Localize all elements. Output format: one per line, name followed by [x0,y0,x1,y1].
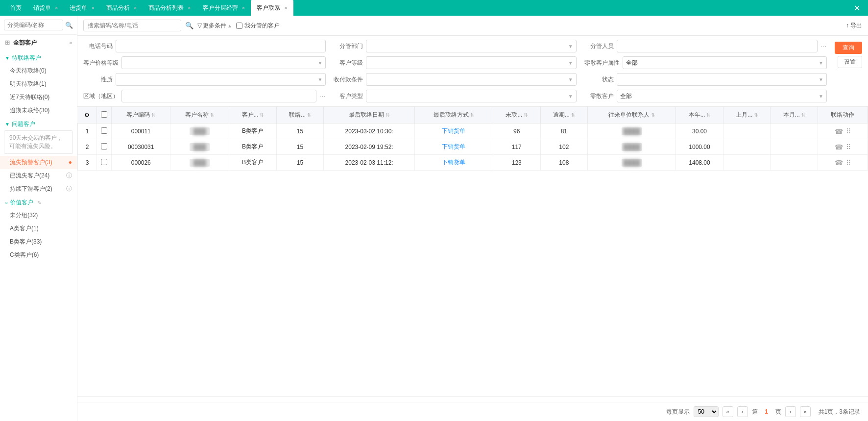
row-action-contact-icon[interactable]: ☎ [835,159,843,167]
col-last-month[interactable]: 上月... [723,107,771,124]
nav-tab-purchase[interactable]: 进货单 × [64,0,100,16]
col-last-contact-method[interactable]: 最后联络方式 [414,107,493,124]
sidebar-item-class-b[interactable]: B类客户(33) [0,235,77,248]
window-close-button[interactable]: ✕ [850,3,864,13]
row-last-method[interactable]: 下销货单 [414,139,493,155]
col-unit-contact[interactable]: 往来单位联系人 [588,107,676,124]
main-search-input[interactable] [83,20,181,31]
row-type: B类客户 [229,155,277,171]
first-page-button[interactable]: « [723,406,733,417]
more-conditions-button[interactable]: ▽ 更多条件 ▲ [197,22,232,30]
filter-status-select[interactable]: ▼ [617,73,827,86]
filter-retail-customer-select[interactable]: 全部▼ [617,90,827,102]
sidebar-item-today-pending[interactable]: 今天待联络(0) [0,64,77,77]
col-code[interactable]: 客户编码 [112,107,170,124]
export-button[interactable]: ↑ 导出 [846,22,862,30]
close-purchase-tab[interactable]: × [91,5,94,11]
col-last-contact-date[interactable]: 最后联络日期 [324,107,415,124]
nav-tab-customer-tier[interactable]: 客户分层经营 × [197,0,251,16]
filter-region-dots[interactable]: ··· [319,93,326,99]
nav-tab-customer-contact[interactable]: 客户联系 × [251,0,293,16]
setting-button[interactable]: 设置 [838,56,862,68]
row-type: B类客户 [229,124,277,139]
row-last-method[interactable]: 下销货单 [414,155,493,171]
sidebar-search-icon[interactable]: 🔍 [65,22,73,29]
sidebar-group-value[interactable]: ○ 价值客户 ✎ [0,196,77,209]
col-name[interactable]: 客户名称 [170,107,229,124]
row-action-contact-icon[interactable]: ☎ [835,127,843,135]
sidebar-item-overdue-pending[interactable]: 逾期未联络(30) [0,104,77,117]
close-customer-contact-tab[interactable]: × [284,5,287,11]
row-code: 00030031 [112,139,170,155]
nav-tab-sales[interactable]: 销货单 × [27,0,64,16]
page-label: 第 [752,408,758,416]
close-customer-tier-tab[interactable]: × [242,5,245,11]
close-product-list-tab[interactable]: × [188,5,191,11]
top-nav: 首页 销货单 × 进货单 × 商品分析 × 商品分析列表 × 客户分层经营 × … [0,0,868,16]
nature-dropdown-icon: ▼ [317,77,322,82]
value-edit-icon[interactable]: ✎ [37,200,41,205]
next-page-button[interactable]: › [785,406,796,417]
filter-price-level-select[interactable]: ▼ [121,56,326,69]
row-action-contact-icon[interactable]: ☎ [835,143,843,151]
filter-manager-select[interactable] [617,40,818,52]
filter-retail-attr-select[interactable]: 全部▼ [623,56,827,69]
per-page-select[interactable]: 50 20 100 [694,406,719,417]
retail-customer-dropdown-icon: ▼ [819,94,823,99]
sidebar-item-class-a[interactable]: A类客户(1) [0,222,77,235]
row-last-method[interactable]: 下销货单 [414,124,493,139]
row-checkbox[interactable] [97,139,112,155]
filter-region-select[interactable] [121,90,316,102]
row-action-more-icon[interactable]: ⠿ [846,143,851,151]
nav-tab-product-analysis[interactable]: 商品分析 × [100,0,143,16]
filter-dept-select[interactable]: ▼ [366,40,576,52]
filter-nature-select[interactable]: ▼ [116,73,326,86]
col-type[interactable]: 客户... [229,107,277,124]
nav-tab-home[interactable]: 首页 [4,0,27,16]
more-conditions-arrow-icon: ▲ [227,23,232,28]
close-sales-tab[interactable]: × [55,5,58,11]
col-no-contact[interactable]: 未联... [493,107,540,124]
sidebar-item-declining[interactable]: 持续下滑客户(2) ⓘ [0,182,77,196]
filter-payment-select[interactable]: ▼ [366,73,576,86]
filter-manager-dots[interactable]: ··· [820,43,827,50]
row-no-contact: 117 [493,139,540,155]
col-overdue[interactable]: 逾期... [540,107,588,124]
row-this-year: 30.00 [676,124,723,139]
row-checkbox[interactable] [97,124,112,139]
filter-dept: 分管部门 ▼ [334,40,576,52]
table-settings-icon[interactable]: ⚙ [78,107,97,124]
my-customers-checkbox-input[interactable] [236,23,242,29]
sidebar-item-7day-pending[interactable]: 近7天待联络(0) [0,91,77,104]
col-contact[interactable]: 联络... [276,107,324,124]
row-action-more-icon[interactable]: ⠿ [846,127,851,135]
sidebar-item-churned[interactable]: 已流失客户(24) ⓘ [0,169,77,182]
row-action-more-icon[interactable]: ⠿ [846,159,851,167]
sidebar-item-churn-warning[interactable]: 流失预警客户(3) ● [0,156,77,169]
sidebar-group-problem[interactable]: ▼ 问题客户 [0,117,77,130]
main-search-button[interactable]: 🔍 [185,22,193,29]
select-all-checkbox[interactable] [101,111,107,118]
sidebar-item-tomorrow-pending[interactable]: 明天待联络(1) [0,77,77,91]
my-customers-checkbox[interactable]: 我分管的客户 [236,22,280,30]
filter-customer-level-select[interactable]: ▼ [366,56,576,69]
query-button[interactable]: 查询 [835,42,862,54]
filter-customer-type-select[interactable]: ▼ [366,90,576,102]
row-last-month [723,139,771,155]
sidebar-item-class-c[interactable]: C类客户(6) [0,248,77,262]
nav-tab-product-list[interactable]: 商品分析列表 × [143,0,196,16]
prev-page-button[interactable]: ‹ [737,406,748,417]
col-this-month[interactable]: 本月... [771,107,818,124]
horizontal-scrollbar[interactable] [77,396,868,402]
filter-phone-input[interactable] [116,40,326,52]
last-page-button[interactable]: » [800,406,811,417]
sidebar-item-ungrouped[interactable]: 未分组(32) [0,209,77,222]
col-this-year[interactable]: 本年... [676,107,723,124]
close-product-analysis-tab[interactable]: × [134,5,137,11]
collapse-sidebar-button[interactable]: « [69,40,72,46]
total-info: 共1页，3条记录 [819,408,860,416]
sidebar-search-input[interactable] [4,20,63,30]
sidebar-group-pending[interactable]: ▼ 待联络客户 [0,51,77,64]
row-code: 000026 [112,155,170,171]
row-checkbox[interactable] [97,155,112,171]
